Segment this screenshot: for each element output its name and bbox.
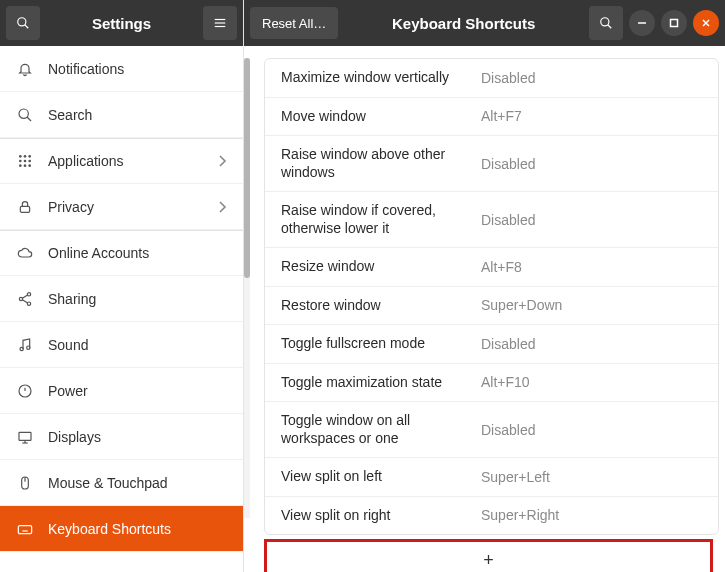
shortcut-row[interactable]: Raise window if covered, otherwise lower… xyxy=(265,192,718,248)
svg-line-1 xyxy=(25,25,29,29)
svg-rect-31 xyxy=(18,525,31,533)
shortcut-action-label: Restore window xyxy=(281,297,481,315)
shortcut-key-label: Disabled xyxy=(481,156,535,172)
main-search-button[interactable] xyxy=(589,6,623,40)
share-icon xyxy=(16,290,34,308)
hamburger-icon xyxy=(213,16,227,30)
svg-rect-26 xyxy=(19,432,31,440)
sidebar-item-mouse-touchpad[interactable]: Mouse & Touchpad xyxy=(0,460,243,506)
svg-rect-16 xyxy=(20,206,29,212)
power-icon xyxy=(16,382,34,400)
settings-window: Settings NotificationsSearchApplications… xyxy=(0,0,725,572)
svg-point-10 xyxy=(19,160,22,163)
svg-point-9 xyxy=(28,155,31,158)
shortcut-row[interactable]: View split on rightSuper+Right xyxy=(265,497,718,535)
sidebar-list: NotificationsSearchApplicationsPrivacyOn… xyxy=(0,46,243,572)
sidebar-item-sharing[interactable]: Sharing xyxy=(0,276,243,322)
shortcut-action-label: Raise window above other windows xyxy=(281,146,481,181)
grid-icon xyxy=(16,152,34,170)
sidebar-item-label: Online Accounts xyxy=(48,245,227,261)
bell-icon xyxy=(16,60,34,78)
sidebar-search-button[interactable] xyxy=(6,6,40,40)
svg-point-12 xyxy=(28,160,31,163)
sidebar-item-label: Applications xyxy=(48,153,203,169)
mouse-icon xyxy=(16,474,34,492)
shortcut-row[interactable]: Toggle maximization stateAlt+F10 xyxy=(265,364,718,403)
shortcut-row[interactable]: Resize windowAlt+F8 xyxy=(265,248,718,287)
display-icon xyxy=(16,428,34,446)
svg-point-37 xyxy=(601,18,609,26)
plus-icon: + xyxy=(483,550,494,571)
sidebar-item-keyboard-shortcuts[interactable]: Keyboard Shortcuts xyxy=(0,506,243,552)
sidebar-item-search[interactable]: Search xyxy=(0,92,243,138)
svg-rect-40 xyxy=(671,20,678,27)
shortcut-action-label: Toggle fullscreen mode xyxy=(281,335,481,353)
sidebar-item-applications[interactable]: Applications xyxy=(0,138,243,184)
add-shortcut-button[interactable]: + xyxy=(264,539,713,572)
chevron-right-icon xyxy=(217,155,227,167)
window-minimize-button[interactable] xyxy=(629,10,655,36)
svg-point-23 xyxy=(27,346,30,349)
shortcut-row[interactable]: Move windowAlt+F7 xyxy=(265,98,718,137)
shortcut-action-label: Resize window xyxy=(281,258,481,276)
svg-line-20 xyxy=(22,295,27,298)
svg-point-15 xyxy=(28,164,31,167)
svg-point-14 xyxy=(24,164,27,167)
sidebar-item-label: Search xyxy=(48,107,227,123)
sidebar-item-displays[interactable]: Displays xyxy=(0,414,243,460)
sidebar-title: Settings xyxy=(46,15,197,32)
reset-all-button[interactable]: Reset All… xyxy=(250,7,338,39)
svg-point-8 xyxy=(24,155,27,158)
shortcut-row[interactable]: Toggle fullscreen modeDisabled xyxy=(265,325,718,364)
sidebar-item-label: Privacy xyxy=(48,199,203,215)
sidebar-item-notifications[interactable]: Notifications xyxy=(0,46,243,92)
svg-point-22 xyxy=(20,347,23,350)
shortcut-action-label: Toggle window on all workspaces or one xyxy=(281,412,481,447)
shortcut-action-label: Maximize window vertically xyxy=(281,69,481,87)
reset-all-label: Reset All… xyxy=(262,16,326,31)
shortcut-action-label: View split on right xyxy=(281,507,481,525)
shortcut-row[interactable]: View split on leftSuper+Left xyxy=(265,458,718,497)
sidebar-item-label: Power xyxy=(48,383,227,399)
shortcut-action-label: Move window xyxy=(281,108,481,126)
svg-point-7 xyxy=(19,155,22,158)
shortcut-list: Maximize window verticallyDisabledMove w… xyxy=(264,58,719,535)
chevron-right-icon xyxy=(217,201,227,213)
search-icon xyxy=(16,16,30,30)
shortcut-action-label: View split on left xyxy=(281,468,481,486)
shortcut-key-label: Super+Down xyxy=(481,297,562,313)
sidebar-item-power[interactable]: Power xyxy=(0,368,243,414)
minimize-icon xyxy=(637,18,647,28)
svg-line-21 xyxy=(22,299,27,302)
window-close-button[interactable] xyxy=(693,10,719,36)
search-icon xyxy=(599,16,613,30)
shortcut-action-label: Toggle maximization state xyxy=(281,374,481,392)
svg-line-38 xyxy=(608,25,612,29)
scrollbar-thumb[interactable] xyxy=(244,58,250,278)
shortcut-key-label: Disabled xyxy=(481,70,535,86)
sidebar-item-online-accounts[interactable]: Online Accounts xyxy=(0,230,243,276)
shortcut-key-label: Alt+F7 xyxy=(481,108,522,124)
shortcut-key-label: Disabled xyxy=(481,336,535,352)
shortcut-action-label: Raise window if covered, otherwise lower… xyxy=(281,202,481,237)
window-maximize-button[interactable] xyxy=(661,10,687,36)
svg-point-5 xyxy=(19,109,28,118)
main-header: Reset All… Keyboard Shortcuts xyxy=(244,0,725,46)
keyboard-icon xyxy=(16,520,34,538)
sidebar-item-privacy[interactable]: Privacy xyxy=(0,184,243,230)
shortcut-row[interactable]: Maximize window verticallyDisabled xyxy=(265,59,718,98)
sidebar-item-sound[interactable]: Sound xyxy=(0,322,243,368)
shortcut-row[interactable]: Raise window above other windowsDisabled xyxy=(265,136,718,192)
shortcut-row[interactable]: Toggle window on all workspaces or oneDi… xyxy=(265,402,718,458)
lock-icon xyxy=(16,198,34,216)
main-body: Maximize window verticallyDisabledMove w… xyxy=(244,46,725,572)
shortcut-key-label: Alt+F10 xyxy=(481,374,530,390)
shortcut-key-label: Alt+F8 xyxy=(481,259,522,275)
search-icon xyxy=(16,106,34,124)
cloud-icon xyxy=(16,244,34,262)
sidebar-item-label: Sharing xyxy=(48,291,227,307)
sidebar: Settings NotificationsSearchApplications… xyxy=(0,0,244,572)
hamburger-menu-button[interactable] xyxy=(203,6,237,40)
sidebar-item-label: Keyboard Shortcuts xyxy=(48,521,227,537)
shortcut-row[interactable]: Restore windowSuper+Down xyxy=(265,287,718,326)
